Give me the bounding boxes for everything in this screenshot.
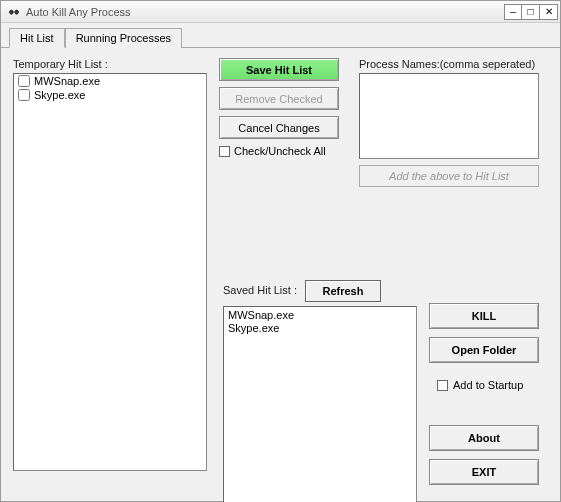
minimize-button[interactable]: –: [504, 4, 522, 20]
saved-list-label: Saved Hit List :: [223, 284, 297, 296]
exit-button[interactable]: EXIT: [429, 459, 539, 485]
startup-label: Add to Startup: [453, 379, 523, 391]
remove-checked-button[interactable]: Remove Checked: [219, 87, 339, 110]
temp-hit-list[interactable]: MWSnap.exe Skype.exe: [13, 73, 207, 471]
startup-checkbox[interactable]: [437, 380, 448, 391]
temp-list-label: Temporary Hit List :: [13, 58, 207, 70]
temp-list-section: Temporary Hit List : MWSnap.exe Skype.ex…: [13, 58, 207, 471]
item-checkbox[interactable]: [18, 89, 30, 101]
tab-content: Temporary Hit List : MWSnap.exe Skype.ex…: [1, 48, 560, 501]
app-icon: [7, 5, 21, 19]
cancel-changes-button[interactable]: Cancel Changes: [219, 116, 339, 139]
window-title: Auto Kill Any Process: [26, 6, 504, 18]
kill-button[interactable]: KILL: [429, 303, 539, 329]
check-all-label: Check/Uncheck All: [234, 145, 326, 157]
tab-running-processes[interactable]: Running Processes: [65, 28, 182, 48]
saved-list-section: Saved Hit List : Refresh MWSnap.exe Skyp…: [223, 280, 417, 502]
startup-row[interactable]: Add to Startup: [437, 379, 541, 391]
app-window: Auto Kill Any Process – □ ✕ Hit List Run…: [0, 0, 561, 502]
open-folder-button[interactable]: Open Folder: [429, 337, 539, 363]
list-item[interactable]: Skype.exe: [14, 88, 206, 102]
item-checkbox[interactable]: [18, 75, 30, 87]
add-to-hit-list-button[interactable]: Add the above to Hit List: [359, 165, 539, 187]
close-button[interactable]: ✕: [540, 4, 558, 20]
window-controls: – □ ✕: [504, 4, 558, 20]
check-all-row[interactable]: Check/Uncheck All: [219, 145, 349, 157]
process-names-label: Process Names:(comma seperated): [359, 58, 548, 70]
maximize-button[interactable]: □: [522, 4, 540, 20]
saved-hit-list[interactable]: MWSnap.exe Skype.exe: [223, 306, 417, 502]
about-button[interactable]: About: [429, 425, 539, 451]
tab-hit-list[interactable]: Hit List: [9, 28, 65, 48]
refresh-button[interactable]: Refresh: [305, 280, 381, 302]
list-item[interactable]: MWSnap.exe: [14, 74, 206, 88]
save-hit-list-button[interactable]: Save Hit List: [219, 58, 339, 81]
titlebar: Auto Kill Any Process – □ ✕: [1, 1, 560, 23]
action-column: KILL Open Folder Add to Startup About EX…: [429, 303, 541, 493]
item-label: Skype.exe: [34, 89, 85, 101]
list-item[interactable]: MWSnap.exe: [228, 309, 412, 322]
process-names-input[interactable]: [359, 73, 539, 159]
list-item[interactable]: Skype.exe: [228, 322, 412, 335]
item-label: MWSnap.exe: [34, 75, 100, 87]
check-all-checkbox[interactable]: [219, 146, 230, 157]
tab-bar: Hit List Running Processes: [1, 23, 560, 48]
